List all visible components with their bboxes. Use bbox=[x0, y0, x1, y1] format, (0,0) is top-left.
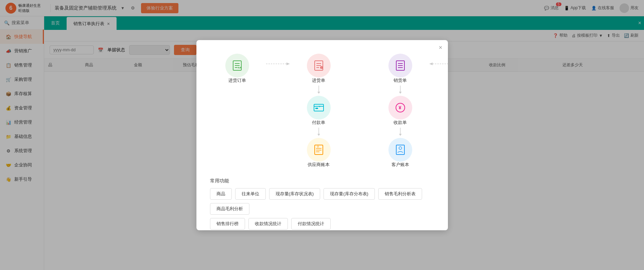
func-btn-0[interactable]: 商品 bbox=[210, 188, 232, 200]
arrow-down-purchase bbox=[292, 84, 346, 96]
purchase-order-col: 进货订单 bbox=[210, 54, 264, 84]
purchase-bill-col: ✓ 进货单 bbox=[292, 54, 346, 84]
common-title: 常用功能 bbox=[210, 178, 434, 184]
common-functions: 常用功能 商品 往来单位 现存量(库存状况表) 现存量(库存分布表) 销售毛利分… bbox=[210, 178, 434, 230]
svg-marker-5 bbox=[286, 62, 290, 65]
svg-marker-23 bbox=[317, 92, 320, 94]
arrow-down-sales bbox=[373, 84, 428, 96]
flow-modal: × 进货订单 ✓ 进货单 bbox=[196, 40, 448, 230]
svg-marker-33 bbox=[317, 134, 320, 136]
function-buttons: 商品 往来单位 现存量(库存状况表) 现存量(库存分布表) 销售毛利分析表 商品… bbox=[210, 188, 434, 215]
svg-rect-28 bbox=[315, 108, 318, 109]
arrow-h2 bbox=[428, 54, 448, 67]
supplier-account-circle[interactable]: 供 bbox=[307, 138, 331, 162]
func-btn-1[interactable]: 往来单位 bbox=[235, 188, 266, 200]
svg-point-42 bbox=[399, 147, 402, 149]
svg-marker-25 bbox=[399, 92, 402, 94]
modal-overlay[interactable]: × 进货订单 ✓ 进货单 bbox=[0, 0, 644, 270]
arrow-down-receipt bbox=[373, 126, 428, 138]
receipt-bill-label: 收款单 bbox=[394, 120, 407, 126]
customer-account-col: 客户账本 bbox=[373, 138, 428, 168]
svg-text:供: 供 bbox=[317, 145, 319, 148]
func-btn-8[interactable]: 付款情况统计 bbox=[291, 218, 331, 230]
svg-text:¥: ¥ bbox=[399, 105, 401, 110]
purchase-bill-label: 进货单 bbox=[312, 77, 325, 84]
modal-close-icon[interactable]: × bbox=[439, 44, 442, 51]
payment-bill-label: 付款单 bbox=[312, 120, 325, 126]
sales-bill-col: 销货单 bbox=[373, 54, 428, 84]
purchase-order-circle[interactable] bbox=[225, 54, 249, 77]
payment-bill-col: ¥ 付款单 bbox=[292, 96, 346, 126]
func-btn-7[interactable]: 收款情况统计 bbox=[248, 218, 288, 230]
purchase-bill-circle[interactable]: ✓ bbox=[307, 54, 331, 77]
receipt-bill-circle[interactable]: ¥ bbox=[388, 96, 412, 120]
svg-marker-35 bbox=[399, 134, 402, 136]
svg-rect-41 bbox=[396, 145, 404, 155]
func-btn-4[interactable]: 销售毛利分析表 bbox=[378, 188, 422, 200]
supplier-account-label: 供应商账本 bbox=[308, 162, 330, 168]
svg-text:✓: ✓ bbox=[321, 67, 323, 69]
arrow-h1 bbox=[264, 54, 292, 67]
svg-marker-17 bbox=[429, 62, 433, 65]
svg-text:¥: ¥ bbox=[318, 105, 320, 108]
supplier-account-col: 供 供应商账本 bbox=[292, 138, 346, 168]
payment-bill-circle[interactable]: ¥ bbox=[307, 96, 331, 120]
func-btn-5[interactable]: 商品毛利分析 bbox=[210, 203, 249, 215]
receipt-bill-col: ¥ 收款单 bbox=[373, 96, 428, 126]
customer-account-label: 客户账本 bbox=[391, 162, 409, 168]
customer-account-circle[interactable] bbox=[388, 138, 412, 162]
arrow-down-payment bbox=[292, 126, 346, 138]
func-btn-2[interactable]: 现存量(库存状况表) bbox=[269, 188, 320, 200]
spacer-mid bbox=[346, 54, 373, 60]
function-buttons-row2: 销售排行榜 收款情况统计 付款情况统计 bbox=[210, 218, 434, 230]
sales-bill-label: 销货单 bbox=[394, 77, 407, 84]
flow-section: 进货订单 ✓ 进货单 销货单 bbox=[210, 50, 434, 175]
func-btn-6[interactable]: 销售排行榜 bbox=[210, 218, 245, 230]
sales-bill-circle[interactable] bbox=[388, 54, 412, 77]
purchase-order-label: 进货订单 bbox=[228, 77, 246, 84]
func-btn-3[interactable]: 现存量(库存分布表) bbox=[324, 188, 375, 200]
